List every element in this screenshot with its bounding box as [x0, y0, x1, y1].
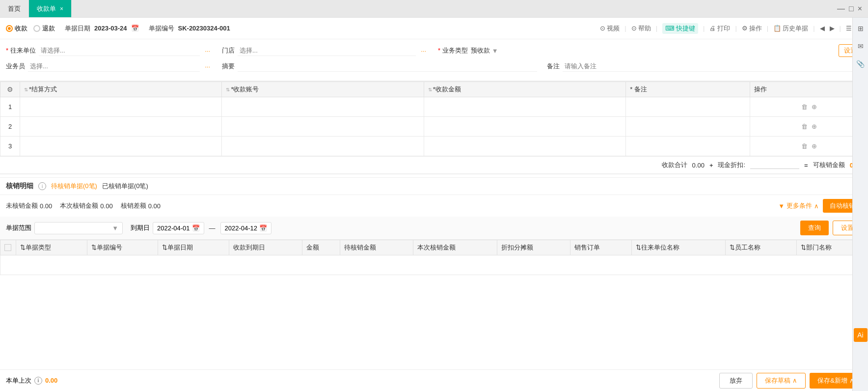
remark-input[interactable]: [563, 61, 862, 72]
row-1-delete-icon[interactable]: 🗑: [801, 103, 808, 111]
footer-order-value: 0.00: [45, 377, 57, 384]
history-action[interactable]: 📋 历史单据: [773, 24, 808, 33]
row-3-remark[interactable]: [626, 137, 750, 156]
diff-value: 0.00: [148, 202, 161, 210]
stats-row-right: ▼ 更多条件 ∧ 自动核销: [778, 199, 862, 213]
row-3-copy-icon[interactable]: ⊕: [812, 142, 817, 150]
biz-type-select[interactable]: 预收款 ▼: [471, 46, 498, 55]
counterpart-input[interactable]: [39, 45, 200, 56]
row-1-account[interactable]: [222, 97, 424, 117]
help-action[interactable]: ⊙ 帮助: [631, 24, 651, 33]
due-date-end-calendar-icon[interactable]: 📅: [259, 224, 267, 232]
tab-receipt-close[interactable]: ×: [60, 5, 63, 12]
shortcut-icon: ⌨: [665, 25, 675, 32]
row-3-delete-icon[interactable]: 🗑: [801, 142, 808, 150]
summary-field: 摘要: [222, 61, 537, 72]
sort-dept-icon: ⇅: [801, 244, 806, 251]
col-remark: * 备注: [626, 82, 750, 97]
row-1-amount[interactable]: [424, 97, 625, 117]
store-field: 门店 ···: [222, 45, 428, 56]
receipt-type-radio-group: 收款 退款: [6, 24, 55, 33]
done-tab[interactable]: 已核销单据(0笔): [102, 182, 148, 191]
bill-date-label: 单据日期: [65, 24, 90, 33]
pending-tab[interactable]: 待核销单据(0笔): [51, 182, 97, 191]
due-date-end-input[interactable]: 2022-04-12 📅: [220, 222, 272, 234]
table-wrap: ⚙ ⇅*结算方式 ⇅*收款账号 ⇅*收款金额 * 备注 操作 1: [0, 81, 868, 156]
sidebar-attach-icon[interactable]: 📎: [854, 57, 868, 71]
col-bill-type: ⇅单据类型: [16, 240, 87, 255]
verification-section: 核销明细 i 待核销单据(0笔) 已核销单据(0笔) 未核销金额 0.00 本次…: [0, 177, 868, 275]
window-close-btn[interactable]: ×: [858, 4, 862, 13]
nav-next[interactable]: ▶: [830, 25, 835, 32]
col-settings[interactable]: ⚙: [0, 82, 20, 97]
sort-settlement-icon: ⇅: [24, 87, 28, 92]
row-1-remark[interactable]: [626, 97, 750, 117]
counterpart-more-btn[interactable]: ···: [203, 47, 212, 55]
save-new-label: 保存&新增: [817, 376, 847, 385]
bill-no-label: 单据编号: [149, 24, 174, 33]
plus-sign: +: [709, 162, 713, 169]
radio-tuikuan[interactable]: 退款: [33, 24, 55, 33]
salesperson-label: 业务员: [6, 62, 25, 71]
salesperson-more-btn[interactable]: ···: [203, 63, 212, 70]
help-label: 帮助: [638, 24, 651, 33]
row-2-delete-icon[interactable]: 🗑: [801, 123, 808, 130]
col-staff: ⇅员工名称: [726, 240, 797, 255]
query-button[interactable]: 查询: [800, 221, 829, 235]
due-date-start-calendar-icon[interactable]: 📅: [192, 224, 200, 232]
row-3-settlement[interactable]: [20, 137, 222, 156]
footer-info-icon[interactable]: ℹ: [34, 377, 42, 385]
empty-row-cell: [0, 255, 868, 275]
bill-range-select[interactable]: ▼: [34, 222, 123, 234]
bill-no-field: 单据编号 SK-20230324-001: [149, 24, 230, 33]
print-action[interactable]: 🖨 打印: [709, 24, 730, 33]
table-gear-icon[interactable]: ⚙: [7, 85, 13, 93]
shortcut-label: 快捷键: [676, 24, 695, 33]
footer: 本单上次 ℹ 0.00 放弃 保存草稿 ∧ 保存&新增 ∧: [0, 369, 868, 391]
tab-home-label: 首页: [8, 4, 21, 13]
bill-range-label: 单据范围: [6, 223, 31, 232]
row-2-account[interactable]: [222, 117, 424, 137]
bill-range-field: 单据范围 ▼: [6, 222, 123, 234]
ops-action[interactable]: ⚙ 操作: [742, 24, 762, 33]
row-2-copy-icon[interactable]: ⊕: [812, 123, 817, 130]
sidebar-mail-icon[interactable]: ✉: [854, 39, 868, 53]
store-input[interactable]: [238, 45, 416, 56]
sidebar-table-icon[interactable]: ⊞: [854, 22, 868, 35]
print-label: 打印: [717, 24, 730, 33]
row-2-action: 🗑 ⊕: [750, 117, 868, 137]
discount-input[interactable]: [750, 161, 799, 169]
verification-info-icon[interactable]: i: [38, 182, 46, 190]
due-date-start-input[interactable]: 2022-04-01 📅: [153, 222, 204, 234]
more-conditions-btn[interactable]: ▼ 更多条件 ∧: [778, 201, 819, 210]
bill-date-calendar-icon[interactable]: 📅: [131, 25, 139, 32]
row-1-copy-icon[interactable]: ⊕: [812, 103, 817, 111]
store-more-btn[interactable]: ···: [419, 47, 428, 55]
row-1-settlement[interactable]: [20, 97, 222, 117]
biz-type-value: 预收款: [471, 46, 490, 55]
shortcut-action[interactable]: ⌨ 快捷键: [662, 23, 698, 34]
bottom-table-wrap: ⇅单据类型 ⇅单据编号 ⇅单据日期 收款到期日 金额 待核销金额 本次核销金额 …: [0, 240, 868, 275]
row-2-remark[interactable]: [626, 117, 750, 137]
radio-shoukuan[interactable]: 收款: [6, 24, 27, 33]
salesperson-input[interactable]: [28, 61, 200, 72]
bill-date-value: 2023-03-24: [94, 25, 127, 32]
row-2-settlement[interactable]: [20, 117, 222, 137]
sidebar-active-icon[interactable]: Ai: [854, 328, 868, 342]
table-body: 1 🗑 ⊕ 2: [0, 97, 868, 156]
save-draft-button[interactable]: 保存草稿 ∧: [757, 373, 806, 389]
row-3-amount[interactable]: [424, 137, 625, 156]
abandon-button[interactable]: 放弃: [719, 373, 753, 389]
window-maximize-btn[interactable]: □: [849, 4, 854, 13]
nav-prev[interactable]: ◀: [820, 25, 825, 32]
select-all-checkbox[interactable]: [4, 244, 11, 251]
tab-home[interactable]: 首页: [0, 0, 29, 17]
tab-receipt[interactable]: 收款单 ×: [29, 0, 72, 17]
row-3-account[interactable]: [222, 137, 424, 156]
layout-list[interactable]: ☰: [846, 25, 852, 32]
current-amount-value: 0.00: [100, 202, 112, 210]
video-action[interactable]: ⊙ 视频: [600, 24, 620, 33]
row-2-amount[interactable]: [424, 117, 625, 137]
summary-input[interactable]: [238, 61, 537, 72]
window-minimize-btn[interactable]: —: [837, 4, 845, 13]
